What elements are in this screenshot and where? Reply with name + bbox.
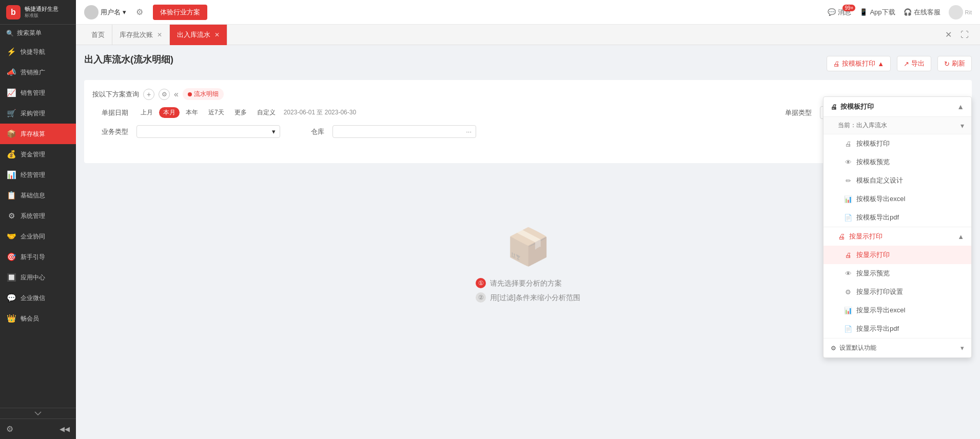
tab-inventory-batch[interactable]: 库存批次账 ✕ <box>112 25 170 45</box>
tab-stock-flow[interactable]: 出入库流水 ✕ <box>170 25 227 45</box>
sidebar-item-快捷导航[interactable]: ⚡ 快捷导航 <box>0 42 76 62</box>
dropdown-template-print[interactable]: 🖨 按模板打印 <box>824 134 971 153</box>
online-service-button[interactable]: 🎧 在线客服 <box>904 8 940 17</box>
date-this-month[interactable]: 本月 <box>159 107 180 118</box>
dropdown-display-settings[interactable]: ⚙ 按显示打印设置 <box>824 283 971 301</box>
export-button[interactable]: ↗ 导出 <box>897 56 931 71</box>
filter-header-label: 按以下方案查询 <box>92 90 139 99</box>
topbar-right: 💬 消息 99+ 📱 App下载 🎧 在线客服 Rit <box>828 5 972 19</box>
print-icon: 🖨 <box>833 60 840 68</box>
date-shortcuts: 上月 本月 本年 近7天 更多 自定义 <box>136 107 280 118</box>
sidebar-scroll-down[interactable] <box>0 408 76 418</box>
sidebar-item-企业协同[interactable]: 🤝 企业协同 <box>0 226 76 247</box>
sidebar-label-11: 应用中心 <box>21 273 45 282</box>
sidebar-label-10: 新手引导 <box>21 253 45 262</box>
dropdown-display-preview[interactable]: 👁 按显示预览 <box>824 264 971 283</box>
sidebar-item-基础信息[interactable]: 📋 基础信息 <box>0 185 76 206</box>
dropdown-collapse-btn[interactable]: ▲ <box>957 103 964 111</box>
filter-biztype-select[interactable]: ▾ <box>136 125 280 138</box>
sidebar-item-库存核算[interactable]: 📦 库存核算 <box>0 124 76 144</box>
page-title: 出入库流水(流水明细) <box>84 53 173 66</box>
dropdown-expand-btn[interactable]: ▾ <box>961 122 964 130</box>
messages-button[interactable]: 💬 消息 99+ <box>828 8 851 17</box>
user-dropdown-icon: ▾ <box>123 8 126 16</box>
dropdown-display-title: 🖨 按显示打印 <box>838 232 883 241</box>
tab-expand-btn[interactable]: ⛶ <box>957 28 972 42</box>
sidebar: b 畅捷通好生意 标准版 🔍 搜索菜单 ⚡ 快捷导航 📣 营销推广 📈 销售管理… <box>0 0 76 439</box>
sidebar-item-采购管理[interactable]: 🛒 采购管理 <box>0 103 76 124</box>
search-icon: 🔍 <box>6 30 14 37</box>
sidebar-icon-2: 📈 <box>6 88 16 98</box>
sidebar-label-4: 库存核算 <box>21 130 45 138</box>
dropdown-template-excel[interactable]: 📊 按模板导出excel <box>824 190 971 208</box>
date-this-year[interactable]: 本年 <box>182 107 202 118</box>
page-header-actions: 🖨 按模板打印 ▲ ↗ 导出 ↻ 刷新 <box>827 56 972 71</box>
dropdown-template-pdf[interactable]: 📄 按模板导出pdf <box>824 208 971 227</box>
headset-icon: 🎧 <box>904 8 912 16</box>
sidebar-footer-collapse[interactable]: ◀◀ <box>60 425 70 433</box>
tabbar: 首页 库存批次账 ✕ 出入库流水 ✕ ✕ ⛶ <box>76 25 980 45</box>
sidebar-label-13: 畅会员 <box>21 314 39 323</box>
dropdown-display-pdf[interactable]: 📄 按显示导出pdf <box>824 320 971 338</box>
filter-add-button[interactable]: + <box>143 89 154 100</box>
display-section-collapse[interactable]: ▲ <box>957 233 964 241</box>
default-func-icon: ⚙ <box>831 345 836 352</box>
date-7days[interactable]: 近7天 <box>204 107 228 118</box>
tab-close-stock-flow[interactable]: ✕ <box>214 31 220 38</box>
step-num-1: ① <box>476 278 486 288</box>
dropdown-display-header[interactable]: 🖨 按显示打印 ▲ <box>824 227 971 246</box>
app-download-button[interactable]: 📱 App下载 <box>859 8 895 17</box>
refresh-button[interactable]: ↻ 刷新 <box>937 56 972 71</box>
sidebar-icon-0: ⚡ <box>6 47 16 57</box>
topbar-settings-btn[interactable]: ⚙ <box>132 5 147 19</box>
date-range-display[interactable]: 2023-06-01 至 2023-06-30 <box>284 108 356 117</box>
sidebar-item-企业微信[interactable]: 💬 企业微信 <box>0 288 76 308</box>
sidebar-item-销售管理[interactable]: 📈 销售管理 <box>0 83 76 103</box>
empty-step-2: ② 用[过滤]条件来缩小分析范围 <box>476 290 580 305</box>
empty-icon: 📦 <box>506 226 551 268</box>
sidebar-item-应用中心[interactable]: 🔲 应用中心 <box>0 267 76 288</box>
page-header: 出入库流水(流水明细) 🖨 按模板打印 ▲ ↗ 导出 ↻ 刷新 <box>84 53 972 74</box>
topbar-left: 用户名 ▾ ⚙ 体验行业方案 <box>84 5 207 20</box>
user-menu[interactable]: 用户名 ▾ <box>84 5 126 19</box>
sidebar-item-资金管理[interactable]: 💰 资金管理 <box>0 144 76 165</box>
sidebar-label-9: 企业协同 <box>21 232 45 241</box>
app-logo-icon: b <box>6 5 21 19</box>
user-avatar-topbar[interactable]: Rit <box>949 5 972 19</box>
sidebar-item-新手引导[interactable]: 🎯 新手引导 <box>0 247 76 267</box>
date-last-month[interactable]: 上月 <box>136 107 157 118</box>
export-icon: ↗ <box>904 60 909 68</box>
date-more[interactable]: 更多 <box>230 107 251 118</box>
dropdown-display-section: 🖨 按显示打印 ▲ 🖨 按显示打印 👁 按显示预览 ⚙ <box>824 227 971 338</box>
dropdown-template-preview[interactable]: 👁 按模板预览 <box>824 153 971 171</box>
dropdown-title: 🖨 按模板打印 <box>831 102 874 111</box>
industry-solution-button[interactable]: 体验行业方案 <box>153 5 207 20</box>
filter-collapse-button[interactable]: « <box>174 90 179 99</box>
dropdown-display-excel[interactable]: 📊 按显示导出excel <box>824 301 971 320</box>
sidebar-item-营销推广[interactable]: 📣 营销推广 <box>0 62 76 83</box>
display-excel-icon: 📊 <box>844 306 852 314</box>
dropdown-footer[interactable]: ⚙ 设置默认功能 ▾ <box>824 338 971 357</box>
tab-close-inventory-batch[interactable]: ✕ <box>157 31 162 38</box>
tab-close-all-btn[interactable]: ✕ <box>941 28 955 42</box>
sidebar-icon-1: 📣 <box>6 67 16 77</box>
sidebar-item-经营管理[interactable]: 📊 经营管理 <box>0 165 76 185</box>
sidebar-icon-12: 💬 <box>6 293 16 303</box>
tab-home[interactable]: 首页 <box>84 25 112 45</box>
sidebar-search[interactable]: 🔍 搜索菜单 <box>0 25 76 42</box>
filter-tag-stream[interactable]: 流水明细 <box>183 88 224 100</box>
sidebar-footer-settings[interactable]: ⚙ <box>6 424 13 434</box>
sidebar-item-系统管理[interactable]: ⚙ 系统管理 <box>0 206 76 226</box>
print-template-button[interactable]: 🖨 按模板打印 ▲ <box>827 56 891 71</box>
filter-settings-button[interactable]: ⚙ <box>159 89 170 100</box>
filter-warehouse-label: 仓库 <box>288 127 324 136</box>
sidebar-label-5: 资金管理 <box>21 150 45 159</box>
template-print-icon: 🖨 <box>844 139 852 148</box>
date-custom[interactable]: 自定义 <box>253 107 280 118</box>
filter-warehouse-more[interactable]: ··· <box>466 128 472 135</box>
sidebar-item-畅会员[interactable]: 👑 畅会员 <box>0 308 76 329</box>
print-dropdown-icon[interactable]: ▲ <box>877 60 884 68</box>
dropdown-display-print[interactable]: 🖨 按显示打印 <box>824 246 971 264</box>
dropdown-template-custom[interactable]: ✏ 模板自定义设计 <box>824 171 971 190</box>
filter-warehouse-select[interactable]: ··· <box>332 125 476 138</box>
